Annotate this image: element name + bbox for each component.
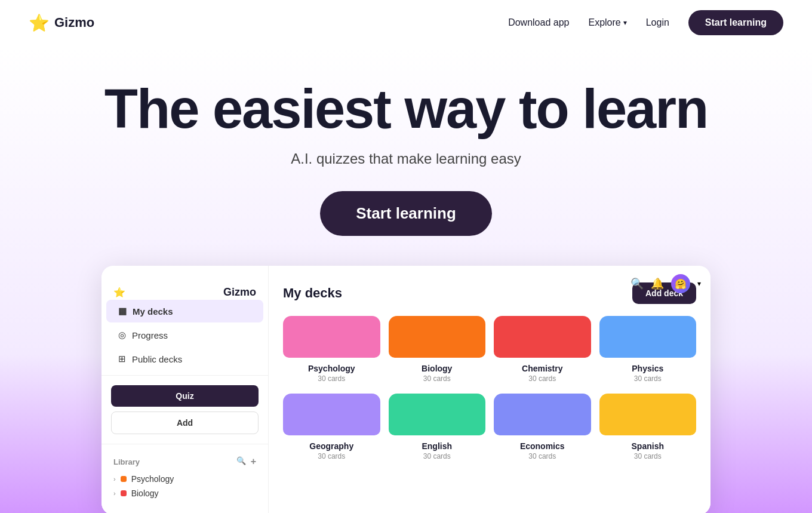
deck-card-biology[interactable]: Biology 30 cards	[389, 316, 486, 385]
library-item-label: Psychology	[131, 474, 174, 484]
deck-count-spanish: 30 cards	[602, 452, 694, 460]
deck-count-geography: 30 cards	[285, 452, 378, 460]
nav-logo[interactable]: ⭐ Gizmo	[29, 13, 94, 33]
hero-subtitle: A.I. quizzes that make learning easy	[12, 150, 800, 167]
deck-card-psychology[interactable]: Psychology 30 cards	[283, 316, 380, 385]
deck-name-english: English	[391, 441, 484, 451]
sidebar-divider-2	[102, 444, 268, 444]
app-header-icons: 🔍 🔔 🤗 ▾	[630, 274, 701, 293]
app-logo-star: ⭐	[113, 287, 125, 298]
main-section-title: My decks	[283, 285, 342, 301]
nav-start-learning-button[interactable]: Start learning	[688, 10, 783, 35]
deck-count-english: 30 cards	[391, 452, 484, 460]
download-app-link[interactable]: Download app	[508, 17, 569, 28]
library-label: Library	[113, 457, 140, 466]
nav-logo-text: Gizmo	[54, 15, 94, 30]
app-logo[interactable]: ⭐ Gizmo	[102, 278, 268, 299]
search-button[interactable]: 🔍	[630, 277, 644, 290]
app-logo-text: Gizmo	[223, 286, 256, 299]
chevron-right-icon: ›	[113, 490, 116, 497]
sidebar-item-progress[interactable]: ◎ Progress	[106, 324, 263, 346]
deck-name-spanish: Spanish	[602, 441, 694, 451]
deck-count-economics: 30 cards	[496, 452, 589, 460]
library-actions: 🔍 +	[236, 456, 256, 467]
nav-links: Download app Explore ▾ Login Start learn…	[508, 10, 783, 35]
deck-count-psychology: 30 cards	[285, 374, 378, 383]
deck-color-psychology	[283, 316, 380, 358]
sidebar-item-label: My decks	[133, 306, 173, 317]
deck-color-economics	[494, 394, 591, 435]
explore-button[interactable]: Explore ▾	[588, 17, 626, 28]
deck-card-chemistry[interactable]: Chemistry 30 cards	[494, 316, 591, 385]
deck-color-biology	[389, 316, 486, 358]
library-search-icon[interactable]: 🔍	[236, 456, 246, 467]
deck-name-biology: Biology	[391, 364, 484, 373]
deck-name-economics: Economics	[496, 441, 589, 451]
hero-title: The easiest way to learn	[12, 81, 800, 136]
list-item[interactable]: › Psychology	[113, 472, 256, 486]
deck-name-physics: Physics	[602, 364, 694, 373]
library-section: Library 🔍 + › Psychology ›	[102, 449, 268, 503]
avatar-chevron-icon[interactable]: ▾	[697, 279, 701, 288]
public-decks-icon: ⊞	[118, 354, 126, 364]
app-sidebar: ⭐ Gizmo ▦ My decks ◎ Progress ⊞ Public d…	[102, 266, 269, 513]
library-header: Library 🔍 +	[113, 456, 256, 467]
decks-grid: Psychology 30 cards Biology 30 cards	[283, 316, 696, 463]
deck-count-physics: 30 cards	[602, 374, 694, 383]
deck-color-geography	[283, 394, 380, 435]
deck-color-spanish	[599, 394, 697, 435]
app-main-content: 🔍 🔔 🤗 ▾ My decks Add deck	[269, 266, 710, 513]
psychology-dot	[121, 476, 127, 482]
hero-section: The easiest way to learn A.I. quizzes th…	[0, 45, 812, 513]
deck-color-chemistry	[494, 316, 591, 358]
deck-count-biology: 30 cards	[391, 374, 484, 383]
app-preview: ⭐ Gizmo ▦ My decks ◎ Progress ⊞ Public d…	[102, 266, 710, 513]
deck-name-psychology: Psychology	[285, 364, 378, 373]
quiz-button[interactable]: Quiz	[111, 385, 259, 407]
deck-card-economics[interactable]: Economics 30 cards	[494, 394, 591, 463]
nav-logo-star: ⭐	[29, 13, 50, 33]
hero-start-learning-button[interactable]: Start learning	[320, 191, 492, 236]
notifications-button[interactable]: 🔔	[651, 277, 664, 290]
deck-count-chemistry: 30 cards	[496, 374, 589, 383]
deck-name-chemistry: Chemistry	[496, 364, 589, 373]
add-button[interactable]: Add	[111, 411, 259, 434]
list-item[interactable]: › Biology	[113, 486, 256, 500]
deck-color-english	[389, 394, 486, 435]
deck-color-physics	[599, 316, 697, 358]
chevron-right-icon: ›	[113, 475, 116, 483]
deck-card-english[interactable]: English 30 cards	[389, 394, 486, 463]
sidebar-action-buttons: Quiz Add	[102, 380, 268, 439]
deck-name-geography: Geography	[285, 441, 378, 451]
sidebar-item-public-decks[interactable]: ⊞ Public decks	[106, 348, 263, 370]
sidebar-divider	[102, 375, 268, 376]
avatar-emoji: 🤗	[675, 278, 687, 290]
my-decks-icon: ▦	[118, 306, 127, 317]
login-link[interactable]: Login	[646, 17, 669, 28]
progress-icon: ◎	[118, 330, 126, 340]
navbar: ⭐ Gizmo Download app Explore ▾ Login Sta…	[0, 0, 812, 45]
deck-card-physics[interactable]: Physics 30 cards	[599, 316, 697, 385]
explore-chevron-icon: ▾	[623, 19, 627, 27]
deck-card-spanish[interactable]: Spanish 30 cards	[599, 394, 697, 463]
sidebar-item-label: Progress	[132, 330, 168, 340]
sidebar-item-my-decks[interactable]: ▦ My decks	[106, 300, 263, 322]
avatar[interactable]: 🤗	[671, 274, 690, 293]
deck-card-geography[interactable]: Geography 30 cards	[283, 394, 380, 463]
sidebar-item-label: Public decks	[132, 354, 182, 364]
library-item-label: Biology	[131, 489, 159, 498]
biology-dot	[121, 490, 127, 496]
library-add-icon[interactable]: +	[251, 456, 256, 467]
